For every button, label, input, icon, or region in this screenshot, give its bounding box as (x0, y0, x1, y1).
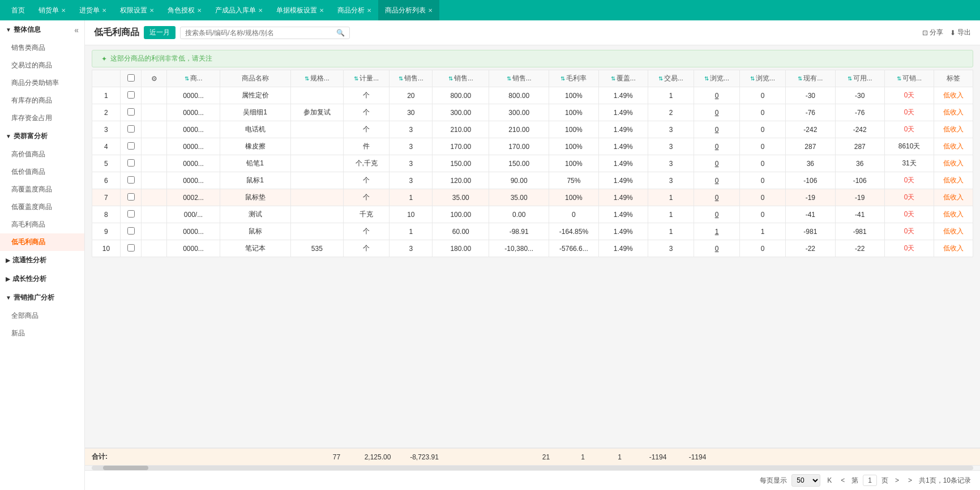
row-checkbox[interactable] (120, 104, 141, 121)
col-header-view2[interactable]: ⇅浏览... (740, 70, 786, 87)
nav-product-analysis-close[interactable]: ✕ (367, 7, 371, 14)
sidebar-item-traded-goods[interactable]: 交易过的商品 (0, 57, 84, 74)
row-view1: 0 (694, 155, 740, 172)
row-checkbox[interactable] (120, 206, 141, 223)
share-button[interactable]: ⊡ 分享 (922, 28, 943, 37)
col-header-sell[interactable]: ⇅可销... (884, 70, 934, 87)
row-actions (142, 223, 167, 240)
footer-current: -1194 (638, 453, 678, 461)
row-checkbox[interactable] (120, 155, 141, 172)
row-checkbox[interactable] (120, 189, 141, 206)
nav-purchase-close[interactable]: ✕ (102, 7, 106, 14)
select-all-checkbox[interactable] (127, 74, 135, 82)
sidebar-item-high-margin[interactable]: 高毛利商品 (0, 216, 84, 233)
col-header-cover[interactable]: ⇅覆盖... (598, 70, 648, 87)
search-icon[interactable]: 🔍 (336, 29, 345, 37)
sidebar-item-category-rate[interactable]: 商品分类助销率 (0, 74, 84, 92)
row-checkbox[interactable] (120, 121, 141, 138)
col-header-spec[interactable]: ⇅规格... (290, 70, 344, 87)
table-row: 4 0000... 橡皮擦 件 3 170.00 170.00 100% 1.4… (92, 138, 973, 155)
col-header-name[interactable]: 商品名称 (220, 70, 290, 87)
top-navigation: 首页 销货单 ✕ 进货单 ✕ 权限设置 ✕ 角色授权 ✕ 产成品入库单 ✕ 单据… (0, 0, 980, 20)
nav-product-entry[interactable]: 产成品入库单 ✕ (208, 0, 269, 20)
row-sale-qty: 1 (390, 223, 433, 240)
sidebar-item-low-value[interactable]: 低价值商品 (0, 163, 84, 181)
sidebar-item-new-goods[interactable]: 新品 (0, 325, 84, 342)
sidebar-section-cluster[interactable]: ▼ 类群富分析 (0, 127, 84, 146)
row-cover: 1.49% (598, 189, 648, 206)
nav-product-entry-close[interactable]: ✕ (258, 7, 263, 14)
nav-analysis-list-close[interactable]: ✕ (428, 7, 433, 14)
sidebar-item-in-stock[interactable]: 有库存的商品 (0, 92, 84, 109)
sidebar-section-liquidity[interactable]: ▶ 流通性分析 (0, 251, 84, 270)
col-header-sale-qty[interactable]: ⇅销售... (390, 70, 433, 87)
nav-analysis-list[interactable]: 商品分析列表 ✕ (378, 0, 439, 20)
row-view2: 0 (740, 138, 786, 155)
sidebar-section-marketing[interactable]: ▼ 营销推广分析 (0, 288, 84, 307)
nav-permissions[interactable]: 权限设置 ✕ (113, 0, 161, 20)
row-checkbox[interactable] (120, 138, 141, 155)
current-page[interactable]: 1 (863, 475, 877, 486)
row-actions (142, 138, 167, 155)
nav-template-close[interactable]: ✕ (319, 7, 324, 14)
row-num: 10 (92, 240, 121, 257)
row-checkbox[interactable] (120, 87, 141, 104)
nav-home[interactable]: 首页 (5, 0, 32, 20)
sidebar-section-overall[interactable]: ▼ 整体信息 « (0, 20, 84, 39)
row-gross-rate: 75% (549, 172, 598, 189)
nav-roles[interactable]: 角色授权 ✕ (161, 0, 208, 20)
col-header-avail[interactable]: ⇅可用... (835, 70, 884, 87)
col-header-tag[interactable]: 标签 (934, 70, 973, 87)
sidebar-item-low-margin[interactable]: 低毛利商品 (0, 233, 84, 251)
col-header-code[interactable]: ⇅商... (167, 70, 220, 87)
row-sell: 0天 (884, 223, 934, 240)
nav-product-analysis[interactable]: 商品分析 ✕ (331, 0, 378, 20)
sidebar-item-low-coverage[interactable]: 低覆盖度商品 (0, 198, 84, 216)
last-page-button[interactable]: > (906, 475, 914, 485)
row-view1: 0 (694, 240, 740, 257)
col-header-sale-cost[interactable]: ⇅销售... (489, 70, 549, 87)
nav-permissions-close[interactable]: ✕ (149, 7, 154, 14)
nav-sales-close[interactable]: ✕ (61, 7, 66, 14)
row-checkbox[interactable] (120, 172, 141, 189)
sidebar-item-high-coverage[interactable]: 高覆盖度商品 (0, 181, 84, 198)
next-page-button[interactable]: > (893, 475, 901, 485)
prev-page-button[interactable]: < (838, 475, 847, 485)
sidebar-item-sales-goods[interactable]: 销售类商品 (0, 39, 84, 57)
sidebar-section-growth[interactable]: ▶ 成长性分析 (0, 270, 84, 288)
nav-sales[interactable]: 销货单 ✕ (32, 0, 72, 20)
row-checkbox[interactable] (120, 223, 141, 240)
total-info: 共1页，10条记录 (919, 476, 971, 485)
table-row: 10 0000... 笔记本 535 个 3 180.00 -10,380...… (92, 240, 973, 257)
col-header-unit[interactable]: ⇅计量... (344, 70, 390, 87)
sidebar-item-all-goods[interactable]: 全部商品 (0, 307, 84, 325)
col-header-gross-rate[interactable]: ⇅毛利率 (549, 70, 598, 87)
nav-roles-close[interactable]: ✕ (197, 7, 202, 14)
nav-template[interactable]: 单据模板设置 ✕ (269, 0, 331, 20)
row-sale-qty: 30 (390, 104, 433, 121)
row-spec (290, 172, 344, 189)
row-sale-amt: 120.00 (433, 172, 489, 189)
first-page-button[interactable]: K (825, 475, 834, 485)
row-checkbox[interactable] (120, 240, 141, 257)
sidebar-item-stock-capital[interactable]: 库存资金占用 (0, 109, 84, 127)
period-button[interactable]: 近一月 (144, 26, 176, 39)
content-area: 低毛利商品 近一月 🔍 ⊡ 分享 ⬇ 导出 ✦ 这部分商品的利润非常低，请关注 (85, 20, 980, 490)
export-button[interactable]: ⬇ 导出 (950, 28, 971, 37)
col-header-current[interactable]: ⇅现有... (786, 70, 835, 87)
row-tag: 低收入 (934, 121, 973, 138)
col-header-view1[interactable]: ⇅浏览... (694, 70, 740, 87)
search-input[interactable] (185, 29, 336, 37)
row-sale-amt: 210.00 (433, 121, 489, 138)
per-page-select[interactable]: 50 20 100 (791, 474, 820, 487)
export-icon: ⬇ (950, 29, 956, 37)
collapse-overall[interactable]: « (74, 25, 79, 35)
nav-purchase[interactable]: 进货单 ✕ (72, 0, 113, 20)
col-header-trade[interactable]: ⇅交易... (648, 70, 694, 87)
row-view1[interactable]: 1 (694, 223, 740, 240)
sidebar-item-high-value[interactable]: 高价值商品 (0, 146, 84, 163)
scrollbar[interactable] (92, 466, 973, 470)
arrow-overall: ▼ (6, 27, 11, 33)
col-header-sale-amt[interactable]: ⇅销售... (433, 70, 489, 87)
col-header-gear[interactable]: ⚙ (142, 70, 167, 87)
